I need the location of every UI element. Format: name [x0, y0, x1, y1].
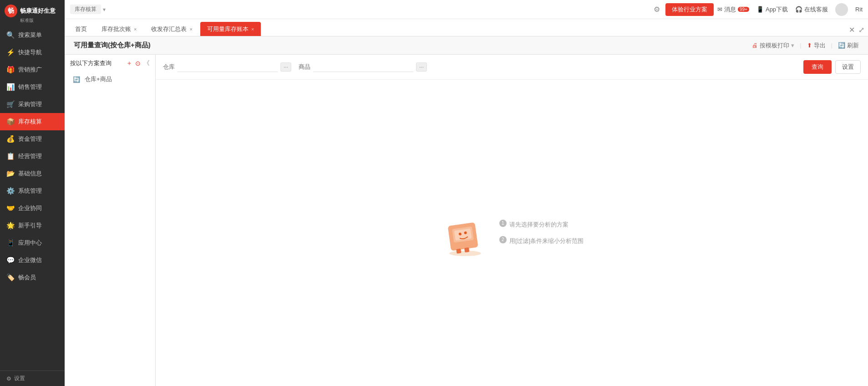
left-panel-header: 按以下方案查询 ＋ ⊙ 《	[65, 59, 155, 71]
export-button[interactable]: ⬆ 导出	[807, 41, 826, 50]
add-scheme-button[interactable]: ＋	[126, 59, 132, 67]
sidebar-item-label: 资金管理	[18, 135, 42, 143]
cart-icon: 🛒	[6, 100, 15, 108]
expand-button[interactable]: ⤢	[858, 26, 864, 34]
chevron-down-icon: ▾	[103, 6, 106, 13]
warehouse-more-button[interactable]: ···	[280, 62, 291, 72]
sidebar-item-basic[interactable]: 📂 基础信息	[0, 165, 65, 182]
enterprise-icon: 🤝	[6, 204, 15, 212]
sidebar-item-purchase[interactable]: 🛒 采购管理	[0, 96, 65, 113]
sidebar-item-search[interactable]: 🔍 搜索菜单	[0, 26, 65, 44]
sidebar-item-label: 采购管理	[18, 100, 42, 108]
settings-scheme-button[interactable]: ⊙	[135, 60, 141, 67]
tab-available-label: 可用量库存账本	[207, 25, 249, 33]
print-button[interactable]: 🖨 按模板打印 ▾	[752, 41, 794, 50]
tab-batch-close[interactable]: ×	[134, 27, 137, 32]
close-all-button[interactable]: ✕	[849, 26, 855, 34]
svg-rect-7	[464, 247, 469, 252]
right-panel: 仓库 ··· 商品 ··· 查询 设置	[156, 55, 868, 386]
page-header: 可用量查询(按仓库+商品) 🖨 按模板打印 ▾ | ⬆ 导出 | 🔄 刷新	[65, 36, 868, 55]
product-filter: 商品 ···	[299, 62, 427, 72]
sidebar: 畅 畅康通好生意 标准版 🔍 搜索菜单 ⚡ 快捷导航 🎁 营销推广 📊 销售管理…	[0, 0, 65, 386]
sidebar-item-appstore[interactable]: 📱 应用中心	[0, 234, 65, 252]
page-header-actions: 🖨 按模板打印 ▾ | ⬆ 导出 | 🔄 刷新	[752, 41, 859, 50]
sidebar-item-label: 系统管理	[18, 187, 42, 195]
sidebar-item-operations[interactable]: 📋 经营管理	[0, 148, 65, 165]
wechat-icon: 💬	[6, 256, 15, 264]
sidebar-edition: 标准版	[20, 17, 34, 24]
sidebar-item-wechat[interactable]: 💬 企业微信	[0, 252, 65, 269]
sidebar-item-system[interactable]: ⚙️ 系统管理	[0, 182, 65, 200]
chart-icon: 📊	[6, 83, 15, 91]
sidebar-item-label: 营销推广	[18, 66, 42, 74]
app-download-button[interactable]: 📱 App下载	[756, 5, 788, 14]
chevron-down-icon: ▾	[791, 42, 794, 49]
messages-label: 消息	[724, 5, 736, 14]
newbie-icon: 🌟	[6, 221, 15, 230]
filter-actions: 查询 设置	[803, 60, 861, 74]
sidebar-item-label: 畅会员	[18, 273, 36, 282]
collapse-panel-button[interactable]: 《	[143, 59, 150, 67]
headset-icon: 🎧	[795, 6, 802, 13]
sidebar-bottom: ⚙ 设置	[0, 371, 65, 386]
trial-button[interactable]: 体验行业方案	[665, 3, 714, 16]
sidebar-item-shortcut[interactable]: ⚡ 快捷导航	[0, 44, 65, 61]
content-body: 按以下方案查询 ＋ ⊙ 《 🔄 仓库+商品 仓库	[65, 55, 868, 386]
message-icon: ✉	[717, 6, 722, 13]
topbar: 库存核算 ▾ ⚙ 体验行业方案 ✉ 消息 99+ 📱 App下载 🎧 在线客服 …	[65, 0, 868, 19]
sidebar-item-label: 新手引导	[18, 221, 42, 230]
hint-1-text: 请先选择要分析的方案	[509, 219, 569, 231]
tab-available-close[interactable]: ×	[251, 27, 254, 32]
tab-batch[interactable]: 库存批次账 ×	[95, 22, 143, 36]
empty-hint-2: 2 用[过滤]条件来缩小分析范围	[499, 235, 584, 247]
refresh-button[interactable]: 🔄 刷新	[838, 41, 859, 50]
shortcut-icon: ⚡	[6, 48, 15, 57]
sidebar-item-enterprise[interactable]: 🤝 企业协同	[0, 200, 65, 217]
filter-bar: 仓库 ··· 商品 ··· 查询 设置	[156, 55, 868, 80]
left-panel: 按以下方案查询 ＋ ⊙ 《 🔄 仓库+商品	[65, 55, 156, 386]
empty-hint-1: 1 请先选择要分析的方案	[499, 219, 584, 231]
messages-button[interactable]: ✉ 消息 99+	[717, 5, 749, 14]
sidebar-item-newbie[interactable]: 🌟 新手引导	[0, 217, 65, 234]
left-panel-actions: ＋ ⊙ 《	[126, 59, 150, 67]
username-text: Rit	[855, 6, 863, 13]
tab-summary[interactable]: 收发存汇总表 ×	[144, 22, 199, 36]
empty-illustration	[440, 210, 486, 256]
inventory-icon: 📦	[6, 118, 15, 126]
online-service-button[interactable]: 🎧 在线客服	[795, 5, 828, 14]
sidebar-item-marketing[interactable]: 🎁 营销推广	[0, 61, 65, 78]
sidebar-item-sales[interactable]: 📊 销售管理	[0, 78, 65, 96]
tabbar: 首页 库存批次账 × 收发存汇总表 × 可用量库存账本 × ✕ ⤢	[65, 19, 868, 36]
export-icon: ⬆	[807, 42, 812, 49]
filter-settings-button[interactable]: 设置	[835, 60, 861, 74]
tab-summary-close[interactable]: ×	[189, 27, 192, 32]
product-input[interactable]	[313, 62, 413, 72]
sidebar-nav: 🔍 搜索菜单 ⚡ 快捷导航 🎁 营销推广 📊 销售管理 🛒 采购管理 📦 库存核…	[0, 26, 65, 371]
tab-home[interactable]: 首页	[68, 22, 94, 36]
hint-2-num: 2	[499, 236, 507, 243]
svg-rect-6	[456, 248, 461, 253]
sidebar-item-label: 企业微信	[18, 256, 42, 264]
hint-2-text: 用[过滤]条件来缩小分析范围	[509, 235, 584, 247]
messages-badge: 99+	[738, 7, 749, 12]
product-label: 商品	[299, 63, 310, 71]
divider: |	[800, 42, 801, 49]
tab-available[interactable]: 可用量库存账本 ×	[200, 22, 261, 36]
operations-icon: 📋	[6, 152, 15, 160]
gift-icon: 🎁	[6, 66, 15, 74]
gear-icon[interactable]: ⚙	[652, 3, 662, 15]
query-button[interactable]: 查询	[803, 60, 832, 74]
scheme-label: 仓库+商品	[85, 75, 112, 83]
refresh-icon: 🔄	[838, 42, 845, 49]
avatar[interactable]	[835, 3, 848, 16]
warehouse-input[interactable]	[178, 62, 278, 72]
sidebar-item-finance[interactable]: 💰 资金管理	[0, 130, 65, 148]
tab-summary-label: 收发存汇总表	[151, 25, 187, 33]
content-area: 可用量查询(按仓库+商品) 🖨 按模板打印 ▾ | ⬆ 导出 | 🔄 刷新	[65, 36, 868, 386]
product-more-button[interactable]: ···	[416, 62, 427, 72]
sidebar-item-member[interactable]: 🏷️ 畅会员	[0, 269, 65, 286]
sidebar-item-inventory[interactable]: 📦 库存核算	[0, 113, 65, 130]
tab-batch-label: 库存批次账	[102, 25, 131, 33]
scheme-item-warehouse-product[interactable]: 🔄 仓库+商品	[65, 71, 155, 87]
phone-icon: 📱	[756, 6, 764, 13]
